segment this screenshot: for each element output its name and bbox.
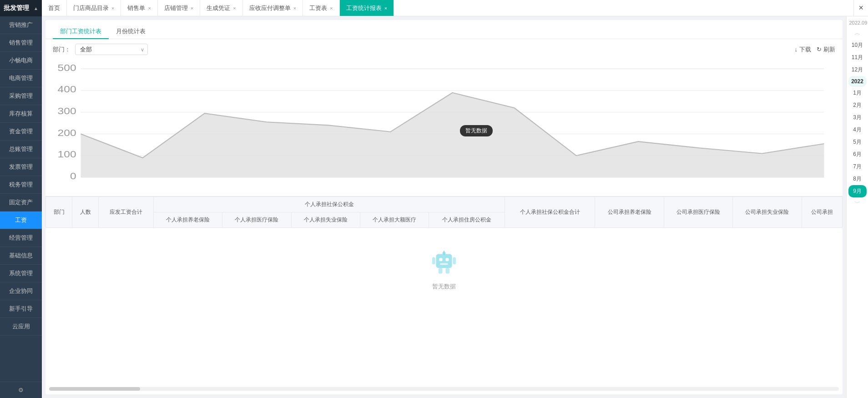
tab-label: 店铺管理 <box>164 4 188 12</box>
svg-rect-15 <box>440 263 448 265</box>
tab-close-icon[interactable]: × <box>384 5 387 11</box>
timeline-item-7月[interactable]: 7月 <box>848 161 867 173</box>
timeline-year-label[interactable]: 2022.09 <box>848 18 867 27</box>
table-header-extra-公司承担养老保险: 公司承担养老保险 <box>595 197 664 228</box>
sidebar-item-新手引导[interactable]: 新手引导 <box>0 300 42 318</box>
chart-svg: 0100200300400500 <box>53 64 835 191</box>
timeline-item-2月[interactable]: 2月 <box>848 99 867 111</box>
svg-rect-17 <box>444 251 444 254</box>
table-header-应发工资合计: 应发工资合计 <box>99 197 153 228</box>
sidebar-item-销售管理[interactable]: 销售管理 <box>0 34 42 52</box>
tab-工资统计报表[interactable]: 工资统计报表× <box>340 0 394 16</box>
table-header-extra-公司承担失业保险: 公司承担失业保险 <box>733 197 802 228</box>
sidebar-collapse-icon: ▲ <box>34 6 38 11</box>
sub-tab-月份统计表[interactable]: 月份统计表 <box>109 25 153 39</box>
tab-label: 门店商品目录 <box>73 4 109 12</box>
download-button[interactable]: ↓ 下载 <box>795 45 812 54</box>
tab-close-icon[interactable]: × <box>330 5 333 11</box>
sidebar-settings[interactable]: ⚙ <box>0 382 42 398</box>
tabs-bar: 首页门店商品目录×销售单×店铺管理×生成凭证×应收应付调整单×工资表×工资统计报… <box>42 0 868 16</box>
sidebar-item-企业协同[interactable]: 企业协同 <box>0 282 42 300</box>
timeline-item-5月[interactable]: 5月 <box>848 136 867 148</box>
data-table: 部门人数应发工资合计个人承担社保公积金个人承担社保公积金合计公司承担养老保险公司… <box>45 196 843 228</box>
timeline-item-11月[interactable]: 11月 <box>848 51 867 64</box>
empty-text: 暂无数据 <box>432 282 456 291</box>
sub-tabs: 部门工资统计表月份统计表 <box>45 20 843 39</box>
dept-select-wrapper: 全部 <box>75 44 148 55</box>
sidebar-item-云应用[interactable]: 云应用 <box>0 318 42 336</box>
dept-label: 部门： <box>53 45 71 54</box>
sidebar-item-总账管理[interactable]: 总账管理 <box>0 141 42 158</box>
refresh-label: 刷新 <box>823 45 835 54</box>
sidebar: 批发管理 ▲ 营销推广销售管理小畅电商电商管理采购管理库存核算资金管理总账管理发… <box>0 0 42 398</box>
timeline-item-8月[interactable]: 8月 <box>848 173 867 185</box>
refresh-button[interactable]: ↻ 刷新 <box>817 45 835 54</box>
download-label: 下载 <box>799 45 811 54</box>
table-area[interactable]: 部门人数应发工资合计个人承担社保公积金个人承担社保公积金合计公司承担养老保险公司… <box>45 196 843 387</box>
table-scroll-thumb <box>49 387 140 391</box>
table-header-个人承担社保公积金: 个人承担社保公积金 <box>153 197 505 212</box>
tab-首页[interactable]: 首页 <box>42 0 67 16</box>
empty-state: 暂无数据 <box>45 228 843 309</box>
svg-text:0: 0 <box>70 171 76 181</box>
tabs-container: 首页门店商品目录×销售单×店铺管理×生成凭证×应收应付调整单×工资表×工资统计报… <box>42 0 853 16</box>
table-header-extra-公司承担: 公司承担 <box>802 197 842 228</box>
tab-生成凭证[interactable]: 生成凭证× <box>200 0 242 16</box>
tab-应收应付调整单[interactable]: 应收应付调整单× <box>243 0 303 16</box>
sidebar-item-经营管理[interactable]: 经营管理 <box>0 229 42 247</box>
tab-close-icon[interactable]: × <box>148 5 151 11</box>
sidebar-item-资金管理[interactable]: 资金管理 <box>0 123 42 141</box>
tab-close-icon[interactable]: × <box>191 5 193 11</box>
timeline-up-arrow[interactable]: ︿ <box>853 27 863 39</box>
timeline-item-2022[interactable]: 2022 <box>848 76 867 87</box>
sidebar-item-采购管理[interactable]: 采购管理 <box>0 87 42 105</box>
svg-text:100: 100 <box>58 149 76 160</box>
tab-close-icon[interactable]: × <box>293 5 296 11</box>
sidebar-item-电商管理[interactable]: 电商管理 <box>0 70 42 87</box>
sidebar-item-营销推广[interactable]: 营销推广 <box>0 16 42 34</box>
tab-销售单[interactable]: 销售单× <box>121 0 157 16</box>
timeline-item-9月[interactable]: 9月 <box>848 185 867 197</box>
table-subheader-个人承担大额医疗: 个人承担大额医疗 <box>360 212 429 228</box>
timeline-item-3月[interactable]: 3月 <box>848 111 867 124</box>
sidebar-item-发票管理[interactable]: 发票管理 <box>0 158 42 176</box>
sidebar-title: 批发管理 <box>4 4 29 12</box>
tab-工资表[interactable]: 工资表× <box>303 0 339 16</box>
timeline-item-10月[interactable]: 10月 <box>848 39 867 51</box>
download-icon: ↓ <box>795 46 798 53</box>
table-header-部门: 部门 <box>46 197 72 228</box>
toolbar: 部门： 全部 ↓ 下载 ↻ 刷新 <box>45 39 843 60</box>
tab-label: 生成凭证 <box>207 4 230 12</box>
tab-label: 工资统计报表 <box>346 4 382 12</box>
svg-rect-20 <box>439 268 443 273</box>
sidebar-header[interactable]: 批发管理 ▲ <box>0 0 42 16</box>
timeline-item-6月[interactable]: 6月 <box>848 148 867 161</box>
main-content: 首页门店商品目录×销售单×店铺管理×生成凭证×应收应付调整单×工资表×工资统计报… <box>42 0 868 398</box>
tab-label: 工资表 <box>309 4 327 12</box>
chart-area: 0100200300400500 暂无数据 <box>45 60 843 196</box>
sidebar-item-基础信息[interactable]: 基础信息 <box>0 247 42 265</box>
tab-门店商品目录[interactable]: 门店商品目录× <box>67 0 121 16</box>
timeline-item-1月[interactable]: 1月 <box>848 87 867 99</box>
tab-close-icon[interactable]: × <box>233 5 236 11</box>
sub-tab-部门工资统计表[interactable]: 部门工资统计表 <box>53 25 109 39</box>
sidebar-item-固定资产[interactable]: 固定资产 <box>0 194 42 212</box>
sidebar-item-工资[interactable]: 工资 <box>0 212 42 229</box>
sidebar-item-库存核算[interactable]: 库存核算 <box>0 105 42 123</box>
timeline-item-4月[interactable]: 4月 <box>848 124 867 136</box>
sidebar-item-税务管理[interactable]: 税务管理 <box>0 176 42 194</box>
svg-rect-12 <box>436 254 452 268</box>
sidebar-item-系统管理[interactable]: 系统管理 <box>0 265 42 282</box>
table-scrollbar[interactable] <box>49 387 839 391</box>
table-subheader-个人承担养老保险: 个人承担养老保险 <box>153 212 222 228</box>
timeline-item-12月[interactable]: 12月 <box>848 64 867 76</box>
sidebar-item-小畅电商[interactable]: 小畅电商 <box>0 52 42 70</box>
tab-店铺管理[interactable]: 店铺管理× <box>158 0 200 16</box>
svg-rect-18 <box>432 257 435 265</box>
close-all-button[interactable]: × <box>853 0 868 16</box>
chart-tooltip: 暂无数据 <box>460 125 493 136</box>
svg-rect-21 <box>446 268 450 273</box>
tab-close-icon[interactable]: × <box>111 5 114 11</box>
timeline-down-arrow[interactable]: ﹀ <box>853 197 863 209</box>
dept-select[interactable]: 全部 <box>75 44 148 55</box>
